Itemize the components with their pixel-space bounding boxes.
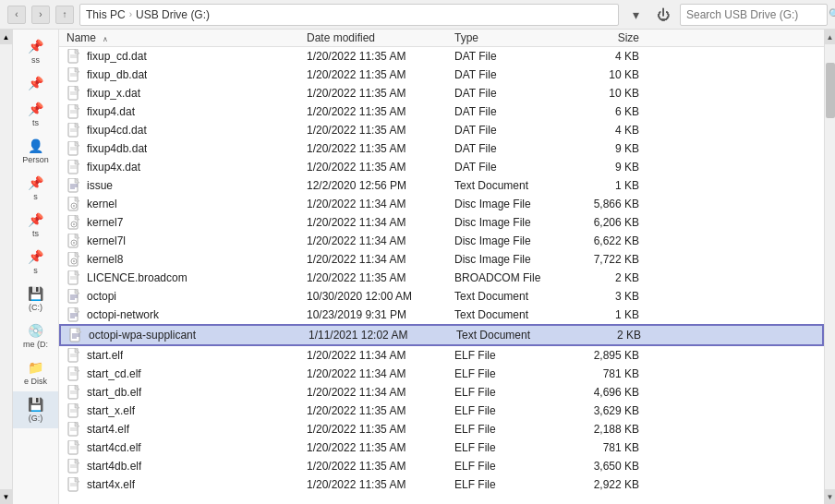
file-name-cell: start_x.elf <box>67 403 307 418</box>
column-date-header[interactable]: Date modified <box>307 31 454 44</box>
file-type-icon <box>67 197 81 211</box>
file-type-icon <box>67 459 81 474</box>
file-name-cell: issue <box>67 178 307 193</box>
drive-g-icon: 💾 <box>28 397 43 412</box>
table-row[interactable]: octopi 10/30/2020 12:00 AM Text Document… <box>59 287 824 306</box>
sidebar-item-c-drive[interactable]: 💾 (C:) <box>13 281 58 318</box>
sidebar-item-pin2[interactable]: 📌 <box>13 70 58 96</box>
column-name-header[interactable]: Name ∧ <box>67 31 307 44</box>
left-scroll-track <box>0 44 13 489</box>
scroll-up-button[interactable]: ▲ <box>825 30 836 44</box>
file-date: 1/20/2022 11:34 AM <box>307 234 454 247</box>
table-row[interactable]: start4cd.elf 1/20/2022 11:35 AM ELF File… <box>59 438 824 457</box>
file-name: fixup4x.dat <box>87 161 140 174</box>
table-row[interactable]: kernel 1/20/2022 11:34 AM Disc Image Fil… <box>59 195 824 213</box>
sidebar-label-disk: e Disk <box>24 377 47 386</box>
table-row[interactable]: fixup4.dat 1/20/2022 11:35 AM DAT File 6… <box>59 102 824 121</box>
file-type-icon <box>67 348 81 363</box>
table-row[interactable]: start4db.elf 1/20/2022 11:35 AM ELF File… <box>59 457 824 475</box>
sidebar-item-ss[interactable]: 📌 ss <box>13 33 58 70</box>
table-row[interactable]: start4x.elf 1/20/2022 11:35 AM ELF File … <box>59 475 824 494</box>
svg-point-36 <box>73 260 75 262</box>
column-type-header[interactable]: Type <box>454 31 565 44</box>
table-row[interactable]: fixup_x.dat 1/20/2022 11:35 AM DAT File … <box>59 84 824 102</box>
file-type: Text Document <box>454 290 565 303</box>
file-type-icon <box>67 385 81 400</box>
file-type: DAT File <box>454 50 565 63</box>
breadcrumb-this-pc[interactable]: This PC <box>86 8 126 21</box>
file-size: 4 KB <box>565 50 639 63</box>
file-size: 9 KB <box>565 142 639 155</box>
file-type: ELF File <box>454 441 565 454</box>
file-type-icon <box>67 67 81 82</box>
back-button[interactable]: ‹ <box>7 6 26 24</box>
forward-button[interactable]: › <box>31 6 50 24</box>
sidebar-item-d-drive[interactable]: 💿 me (D: <box>13 318 58 354</box>
table-row[interactable]: start_x.elf 1/20/2022 11:35 AM ELF File … <box>59 402 824 420</box>
table-row[interactable]: start.elf 1/20/2022 11:34 AM ELF File 2,… <box>59 346 824 365</box>
file-size: 6,622 KB <box>565 234 639 247</box>
table-row[interactable]: start_db.elf 1/20/2022 11:34 AM ELF File… <box>59 383 824 402</box>
breadcrumb-dropdown[interactable]: ▾ <box>624 4 647 26</box>
right-scrollbar: ▲ ▼ <box>824 30 835 504</box>
file-name-cell: start4.elf <box>67 422 307 437</box>
file-size: 6 KB <box>565 105 639 118</box>
file-name-cell: LICENCE.broadcom <box>67 270 307 285</box>
file-type-icon <box>67 215 81 230</box>
scroll-down-button[interactable]: ▼ <box>825 489 836 504</box>
file-size: 3 KB <box>565 290 639 303</box>
file-name-cell: kernel7 <box>67 215 307 230</box>
sidebar-item-s[interactable]: 📌 s <box>13 170 58 207</box>
file-name: kernel <box>87 198 117 210</box>
file-name-cell: start4x.elf <box>67 477 307 492</box>
table-row[interactable]: kernel7l 1/20/2022 11:34 AM Disc Image F… <box>59 232 824 250</box>
column-size-header[interactable]: Size <box>565 31 639 44</box>
table-row[interactable]: octopi-network 10/23/2019 9:31 PM Text D… <box>59 306 824 324</box>
file-type-icon <box>67 141 81 156</box>
file-type: Disc Image File <box>454 234 565 247</box>
file-type-icon <box>67 440 81 455</box>
breadcrumb[interactable]: This PC › USB Drive (G:) <box>79 4 619 26</box>
table-row[interactable]: fixup_db.dat 1/20/2022 11:35 AM DAT File… <box>59 66 824 84</box>
file-type: ELF File <box>454 423 565 436</box>
search-box[interactable]: 🔍 <box>680 4 828 26</box>
table-row[interactable]: fixup4db.dat 1/20/2022 11:35 AM DAT File… <box>59 139 824 158</box>
breadcrumb-usb-drive[interactable]: USB Drive (G:) <box>136 8 210 21</box>
file-date: 1/20/2022 11:34 AM <box>307 386 454 399</box>
file-name-cell: octopi-wpa-supplicant <box>68 328 309 342</box>
file-type-icon <box>67 477 81 492</box>
file-date: 1/20/2022 11:34 AM <box>307 216 454 229</box>
scroll-thumb[interactable] <box>826 63 835 118</box>
sidebar-item-ts2[interactable]: 📌 ts <box>13 207 58 244</box>
table-row[interactable]: octopi-wpa-supplicant 1/11/2021 12:02 AM… <box>59 324 824 346</box>
person-icon: 👤 <box>28 138 43 153</box>
left-scroll-up[interactable]: ▲ <box>0 30 13 44</box>
file-type: ELF File <box>454 367 565 380</box>
sidebar-item-g-drive[interactable]: 💾 (G:) <box>13 391 58 428</box>
file-rows-container: fixup_cd.dat 1/20/2022 11:35 AM DAT File… <box>59 47 824 494</box>
power-button[interactable]: ⏻ <box>652 4 674 26</box>
table-row[interactable]: start_cd.elf 1/20/2022 11:34 AM ELF File… <box>59 365 824 383</box>
table-row[interactable]: start4.elf 1/20/2022 11:35 AM ELF File 2… <box>59 420 824 438</box>
sidebar-item-person[interactable]: 👤 Person <box>13 133 58 170</box>
file-date: 1/20/2022 11:34 AM <box>307 367 454 380</box>
search-input[interactable] <box>686 8 825 21</box>
up-button[interactable]: ↑ <box>55 6 74 24</box>
table-row[interactable]: fixup4cd.dat 1/20/2022 11:35 AM DAT File… <box>59 121 824 139</box>
table-row[interactable]: LICENCE.broadcom 1/20/2022 11:35 AM BROA… <box>59 269 824 287</box>
sidebar-item-ts[interactable]: 📌 ts <box>13 96 58 133</box>
pin-icon-5: 📌 <box>28 212 43 227</box>
table-row[interactable]: fixup_cd.dat 1/20/2022 11:35 AM DAT File… <box>59 47 824 66</box>
pin-icon-6: 📌 <box>28 249 43 264</box>
table-row[interactable]: kernel7 1/20/2022 11:34 AM Disc Image Fi… <box>59 213 824 232</box>
table-row[interactable]: fixup4x.dat 1/20/2022 11:35 AM DAT File … <box>59 158 824 176</box>
sidebar-label-person: Person <box>22 155 49 164</box>
sidebar-item-disk[interactable]: 📁 e Disk <box>13 354 58 391</box>
file-size: 5,866 KB <box>565 198 639 210</box>
table-row[interactable]: kernel8 1/20/2022 11:34 AM Disc Image Fi… <box>59 250 824 269</box>
left-scroll-down[interactable]: ▼ <box>0 489 13 504</box>
sidebar-item-s2[interactable]: 📌 s <box>13 244 58 281</box>
breadcrumb-separator: › <box>129 9 132 19</box>
file-name-cell: start_cd.elf <box>67 366 307 381</box>
table-row[interactable]: issue 12/2/2020 12:56 PM Text Document 1… <box>59 176 824 195</box>
